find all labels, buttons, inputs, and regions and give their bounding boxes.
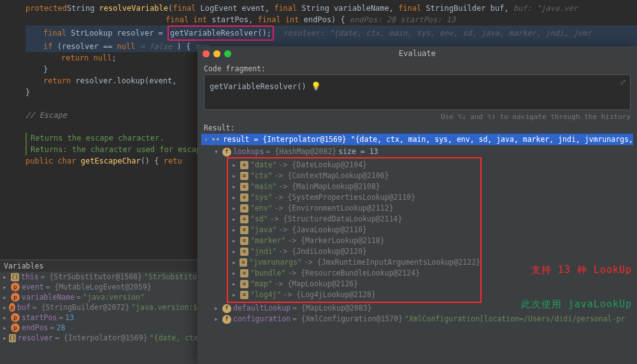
map-entry-row[interactable]: ▸≡"map" -> {MapLookup@2126} [228, 279, 480, 290]
map-entry-row[interactable]: ▸≡"env" -> {EnvironmentLookup@2112} [228, 203, 480, 214]
chevron-down-icon[interactable]: ▾ [204, 135, 208, 144]
tree-row-configuration[interactable]: ▸ f configuration = {XmlConfiguration@15… [204, 314, 631, 325]
navigation-hint: Use ⌥↓ and ⌥↑ to navigate through the hi… [204, 110, 631, 123]
variable-row[interactable]: ▸pevent = {MutableLogEvent@2059} [0, 282, 197, 292]
map-entry-row[interactable]: ▸≡"ctx" -> {ContextMapLookup@2106} [228, 171, 480, 181]
chevron-right-icon[interactable]: ▸ [3, 313, 9, 322]
entry-icon: ≡ [240, 161, 248, 169]
entry-icon: ≡ [240, 269, 248, 277]
chevron-right-icon[interactable]: ▸ [214, 314, 220, 325]
tree-row-lookups[interactable]: ▾ f lookups = {HashMap@2082} size = 13 [204, 146, 631, 157]
dialog-title: Evaluate [197, 49, 637, 58]
field-icon: f [222, 148, 231, 157]
chevron-down-icon[interactable]: ▾ [214, 146, 220, 157]
chevron-right-icon[interactable]: ▸ [232, 257, 238, 268]
field-icon: f [222, 304, 231, 313]
chevron-right-icon[interactable]: ▸ [232, 225, 238, 235]
result-label: Result: [204, 123, 631, 132]
entry-icon: ≡ [240, 183, 248, 191]
entry-icon: ≡ [240, 226, 248, 234]
chevron-right-icon[interactable]: ▸ [232, 192, 238, 203]
result-tree[interactable]: ▾ 👓 result = {Interpolator@1569} "{date,… [197, 134, 637, 364]
chevron-right-icon[interactable]: ▸ [232, 203, 238, 214]
chevron-right-icon[interactable]: ▸ [232, 235, 238, 246]
evaluate-dialog[interactable]: Evaluate Code fragment: getVariableResol… [197, 46, 637, 364]
chevron-right-icon[interactable]: ▸ [3, 293, 9, 302]
watch-icon: 👓 [211, 135, 220, 144]
chevron-right-icon[interactable]: ▸ [3, 283, 9, 291]
map-entry-row[interactable]: ▸≡"sd" -> {StructuredDataLookup@2114} [228, 214, 480, 225]
entry-icon: ≡ [240, 204, 248, 213]
map-entry-row[interactable]: ▸≡"jvmrunargs" -> {JmxRuntimeInputArgume… [228, 257, 480, 268]
chevron-right-icon[interactable]: ▸ [232, 279, 238, 290]
object-icon: {} [11, 273, 19, 281]
chevron-right-icon[interactable]: ▸ [232, 160, 238, 171]
variable-row[interactable]: ▸{}this = {StrSubstitutor@1568} "StrSubs… [0, 272, 197, 282]
chevron-right-icon[interactable]: ▸ [232, 290, 238, 300]
parameter-icon: p [11, 313, 20, 322]
parameter-icon: p [9, 303, 15, 312]
map-entry-row[interactable]: ▸≡"marker" -> {MarkerLookup@2118} [228, 235, 480, 246]
annotation-current-lookup: 此次使用 javaLookUp [521, 298, 632, 311]
entry-icon: ≡ [240, 258, 247, 267]
variable-row[interactable]: ▸{}resolver = {Interpolator@1569} "{date… [0, 333, 197, 343]
highlighted-call: getVariableResolver(); [168, 25, 274, 41]
bulb-icon[interactable]: 💡 [311, 81, 321, 91]
variable-row[interactable]: ▸pstartPos = 13 [0, 312, 197, 323]
parameter-icon: p [11, 283, 20, 291]
chevron-right-icon[interactable]: ▸ [232, 214, 238, 225]
entry-icon: ≡ [240, 172, 248, 180]
chevron-right-icon[interactable]: ▸ [232, 268, 238, 279]
variable-row[interactable]: ▸pvariableName = "java:version" [0, 292, 197, 302]
map-entry-row[interactable]: ▸≡"bundle" -> {ResourceBundleLookup@2124… [228, 268, 480, 279]
chevron-right-icon[interactable]: ▸ [3, 272, 9, 281]
chevron-right-icon[interactable]: ▸ [232, 246, 238, 257]
entry-icon: ≡ [240, 291, 248, 299]
variables-header: Variables [0, 260, 197, 272]
variable-row[interactable]: ▸pbuf = {StringBuilder@2072} "java.versi… [0, 302, 197, 312]
parameter-icon: p [11, 323, 20, 332]
map-entry-row[interactable]: ▸≡"jndi" -> {JndiLookup@2120} [228, 246, 480, 257]
annotation-lookup-count: 支持 13 种 LookUp [531, 264, 632, 276]
chevron-right-icon[interactable]: ▸ [232, 171, 238, 181]
chevron-right-icon[interactable]: ▸ [3, 333, 7, 342]
code-fragment-label: Code fragment: [204, 64, 631, 73]
chevron-right-icon[interactable]: ▸ [3, 303, 7, 312]
map-entry-row[interactable]: ▸≡"sys" -> {SystemPropertiesLookup@2110} [228, 192, 480, 203]
map-entry-row[interactable]: ▸≡"log4j" -> {Log4jLookup@2128} [228, 290, 480, 300]
entry-icon: ≡ [240, 237, 248, 245]
code-line: protectedString resolveVariable(final Lo… [25, 3, 637, 14]
dialog-titlebar[interactable]: Evaluate [197, 46, 637, 60]
map-entry-row[interactable]: ▸≡"java" -> {JavaLookup@2116} [228, 225, 480, 235]
entry-icon: ≡ [240, 280, 248, 288]
map-entry-row[interactable]: ▸≡"main" -> {MainMapLookup@2108} [228, 181, 480, 192]
chevron-right-icon[interactable]: ▸ [3, 323, 9, 332]
map-entry-row[interactable]: ▸≡"date" -> {DateLookup@2104} [228, 160, 480, 171]
entry-icon: ≡ [240, 248, 248, 256]
variable-row[interactable]: ▸pendPos = 28 [0, 323, 197, 333]
entry-icon: ≡ [240, 193, 248, 202]
parameter-icon: p [11, 293, 20, 302]
result-root-row[interactable]: ▾ 👓 result = {Interpolator@1569} "{date,… [201, 134, 633, 145]
variables-panel: Variables ▸{}this = {StrSubstitutor@1568… [0, 260, 197, 364]
expression-input[interactable]: getVariableResolver() 💡 ⤢ [204, 74, 631, 110]
code-line-highlighted: final StrLookup resolver = getVariableRe… [25, 25, 637, 41]
expand-icon[interactable]: ⤢ [620, 78, 626, 87]
code-line: final int startPos, final int endPos) { … [25, 14, 637, 25]
entry-icon: ≡ [240, 215, 248, 223]
chevron-right-icon[interactable]: ▸ [214, 303, 220, 314]
object-icon: {} [9, 334, 16, 342]
highlighted-entries: ▸≡"date" -> {DateLookup@2104}▸≡"ctx" -> … [227, 157, 482, 303]
field-icon: f [222, 315, 231, 324]
chevron-right-icon[interactable]: ▸ [232, 181, 238, 192]
